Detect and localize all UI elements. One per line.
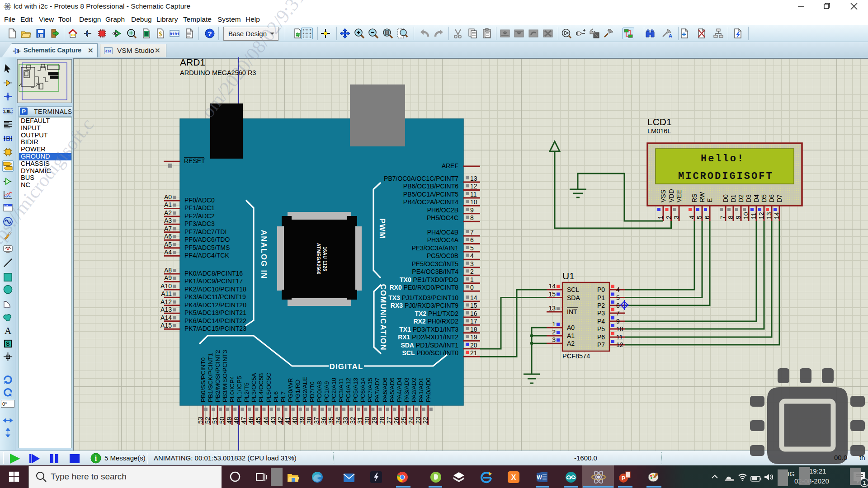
- svg-text:X: X: [511, 474, 516, 481]
- svg-text:W: W: [537, 474, 542, 481]
- svg-text:010: 010: [105, 50, 111, 53]
- svg-text:0101: 0101: [170, 32, 179, 37]
- svg-text:1: 1: [863, 479, 866, 486]
- svg-text:?: ?: [208, 30, 212, 38]
- svg-text:A: A: [669, 33, 672, 38]
- svg-text:$: $: [159, 31, 162, 38]
- svg-text:LBL: LBL: [4, 109, 12, 114]
- svg-text:i: i: [95, 455, 97, 462]
- svg-text:S: S: [6, 341, 9, 347]
- svg-text:A: A: [5, 325, 12, 336]
- svg-text:P: P: [622, 475, 626, 482]
